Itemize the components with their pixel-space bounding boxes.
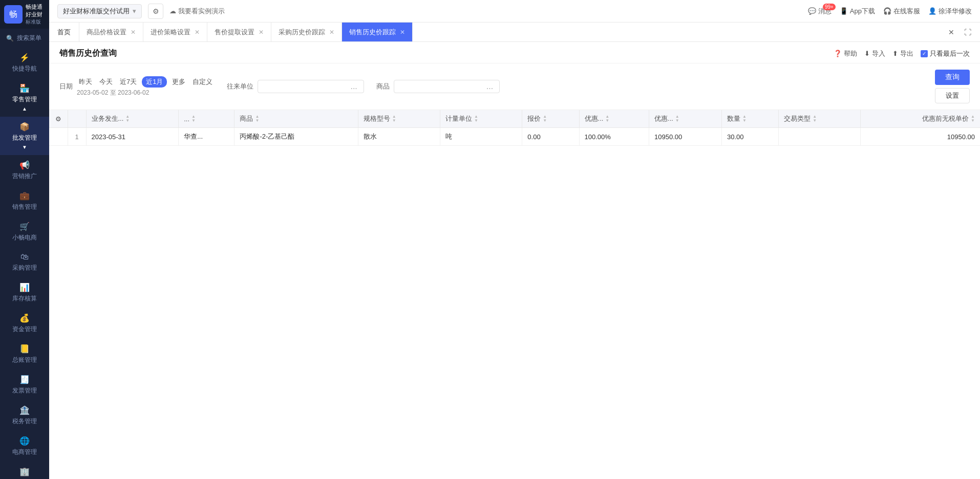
xiaochange-icon: 🛒 (19, 222, 30, 231)
ecommerce-icon: 🌐 (19, 436, 30, 446)
tab-sale-extract[interactable]: 售价提取设置 ✕ (207, 23, 271, 41)
service-label: 在线客服 (893, 7, 920, 16)
message-badge: 99+ (823, 4, 836, 10)
product-filter-group: 商品 ... (376, 80, 500, 93)
app-download-button[interactable]: 📱 App下载 (840, 7, 875, 16)
purchase-icon: 🛍 (20, 252, 29, 262)
tab-purchase-track[interactable]: 采购历史价跟踪 ✕ (271, 23, 342, 41)
sidebar-item-marketing[interactable]: 📢 营销推广 (0, 155, 49, 186)
topbar-right: 💬 消息 99+ 📱 App下载 🎧 在线客服 👤 徐泽华修改 (808, 7, 972, 16)
marketing-icon: 📢 (19, 160, 30, 170)
sidebar-item-purchase[interactable]: 🛍 采购管理 (0, 247, 49, 277)
row-spec: 散水 (358, 128, 440, 146)
assets-icon: 🏢 (19, 467, 30, 476)
online-service-button[interactable]: 🎧 在线客服 (883, 7, 920, 16)
th-pretax-price[interactable]: 优惠前无税单价 ▲▼ (861, 110, 980, 128)
tab-purchase-track-close[interactable]: ✕ (329, 29, 334, 36)
sidebar-item-sales[interactable]: 💼 销售管理 (0, 186, 49, 216)
sidebar-item-wholesale[interactable]: 📦 批发管理 ▼ (0, 117, 49, 155)
sidebar-item-general[interactable]: 📒 总账管理 (0, 339, 49, 369)
version-select[interactable]: 好业财标准版交付试用 ▾ (57, 4, 142, 18)
date-opt-today[interactable]: 今天 (97, 76, 115, 88)
quick-nav-label: 快捷导航 (12, 64, 37, 73)
th-spec[interactable]: 规格型号 ▲▼ (358, 110, 440, 128)
sidebar-item-retail[interactable]: 🏪 零售管理 ▲ (0, 78, 49, 117)
sidebar-item-inventory[interactable]: 📊 库存核算 (0, 277, 49, 308)
sidebar-item-finance[interactable]: 💰 资金管理 (0, 308, 49, 339)
topbar-settings-button[interactable]: ⚙ (148, 4, 163, 19)
filter-settings-button[interactable]: 设置 (935, 88, 970, 103)
tab-import-strategy-close[interactable]: ✕ (195, 29, 200, 36)
demo-link[interactable]: ☁ 我要看实例演示 (169, 7, 225, 16)
sort-icon-trade-type: ▲▼ (813, 115, 817, 123)
sidebar-item-quick-nav[interactable]: ⚡ 快捷导航 (0, 48, 49, 78)
message-button[interactable]: 💬 消息 99+ (808, 7, 832, 16)
product-input[interactable] (398, 83, 484, 91)
sidebar-item-tax[interactable]: 🏦 税务管理 (0, 400, 49, 431)
product-dots[interactable]: ... (484, 82, 495, 91)
date-opt-yesterday[interactable]: 昨天 (77, 76, 94, 88)
sidebar-item-ecommerce[interactable]: 🌐 电商管理 (0, 431, 49, 462)
th-more[interactable]: ... ▲▼ (179, 110, 235, 128)
quick-nav-icon: ⚡ (19, 53, 30, 62)
sort-icon-quantity: ▲▼ (742, 115, 747, 123)
inventory-label: 库存核算 (12, 294, 37, 303)
th-product[interactable]: 商品 ▲▼ (235, 110, 358, 128)
product-label: 商品 (376, 82, 390, 91)
row-date: 2023-05-31 (86, 128, 179, 146)
th-num (68, 110, 86, 128)
marketing-label: 营销推广 (12, 172, 37, 181)
tab-sale-extract-close[interactable]: ✕ (259, 29, 264, 36)
supplier-label: 往来单位 (227, 82, 253, 91)
supplier-dots[interactable]: ... (348, 82, 359, 91)
help-button[interactable]: ❓ 帮助 (834, 49, 857, 58)
search-icon: 🔍 (6, 35, 14, 42)
date-opt-custom[interactable]: 自定义 (190, 76, 215, 88)
filter-bar: 日期 昨天 今天 近7天 近1月 更多 自定义 2023-05-02 至 202… (49, 63, 980, 110)
only-last-checkbox[interactable]: ✓ 只看最后一次 (921, 49, 970, 58)
window-close-button[interactable]: ✕ (945, 26, 957, 38)
sort-icon-product: ▲▼ (255, 115, 259, 123)
tab-import-strategy[interactable]: 进价策略设置 ✕ (143, 23, 207, 41)
window-buttons: ✕ ⛶ (939, 26, 980, 38)
import-button[interactable]: ⬇ 导入 (864, 49, 885, 58)
topbar: 好业财标准版交付试用 ▾ ⚙ ☁ 我要看实例演示 💬 消息 99+ 📱 App下… (49, 0, 980, 23)
sidebar-item-xiaochange[interactable]: 🛒 小畅电商 (0, 216, 49, 247)
tab-sale-track-close[interactable]: ✕ (400, 29, 405, 36)
th-quantity[interactable]: 数量 ▲▼ (722, 110, 779, 128)
date-opt-last1m[interactable]: 近1月 (142, 76, 167, 88)
product-input-wrap: ... (394, 80, 500, 93)
th-discount2[interactable]: 优惠... ▲▼ (649, 110, 722, 128)
sidebar-search[interactable]: 🔍 搜索菜单 (0, 29, 49, 48)
th-gear: ⚙ (49, 110, 68, 128)
sidebar-item-invoice[interactable]: 🧾 发票管理 (0, 369, 49, 400)
th-unit-label: 计量单位 (445, 114, 472, 123)
th-unit[interactable]: 计量单位 ▲▼ (440, 110, 522, 128)
sidebar-item-assets[interactable]: 🏢 固定资产 (0, 462, 49, 479)
tab-price[interactable]: 商品价格设置 ✕ (79, 23, 143, 41)
app-name: 畅捷通好业财 (26, 3, 45, 19)
th-discount2-label: 优惠... (654, 114, 673, 123)
th-discount1[interactable]: 优惠... ▲▼ (579, 110, 649, 128)
date-opt-more[interactable]: 更多 (170, 76, 187, 88)
window-maximize-button[interactable]: ⛶ (962, 26, 974, 38)
date-opt-last7[interactable]: 近7天 (118, 76, 139, 88)
user-avatar[interactable]: 👤 徐泽华修改 (928, 7, 972, 16)
sort-icon-pretax-price: ▲▼ (971, 115, 975, 123)
tab-sale-track[interactable]: 销售历史价跟踪 ✕ (342, 23, 413, 41)
export-button[interactable]: ⬆ 导出 (892, 49, 913, 58)
tax-label: 税务管理 (12, 417, 37, 426)
th-date[interactable]: 业务发生... ▲▼ (86, 110, 179, 128)
tab-price-close[interactable]: ✕ (131, 29, 136, 36)
gear-icon[interactable]: ⚙ (55, 115, 61, 123)
purchase-label: 采购管理 (12, 264, 37, 272)
supplier-input[interactable] (262, 83, 348, 91)
wholesale-arrow: ▼ (22, 144, 27, 150)
query-button[interactable]: 查询 (935, 70, 970, 85)
ecommerce-label: 电商管理 (12, 448, 37, 456)
row-price: 0.00 (522, 128, 579, 146)
row-discount1: 100.00% (579, 128, 649, 146)
th-price[interactable]: 报价 ▲▼ (522, 110, 579, 128)
th-trade-type[interactable]: 交易类型 ▲▼ (779, 110, 861, 128)
tab-home[interactable]: 首页 (49, 23, 79, 41)
